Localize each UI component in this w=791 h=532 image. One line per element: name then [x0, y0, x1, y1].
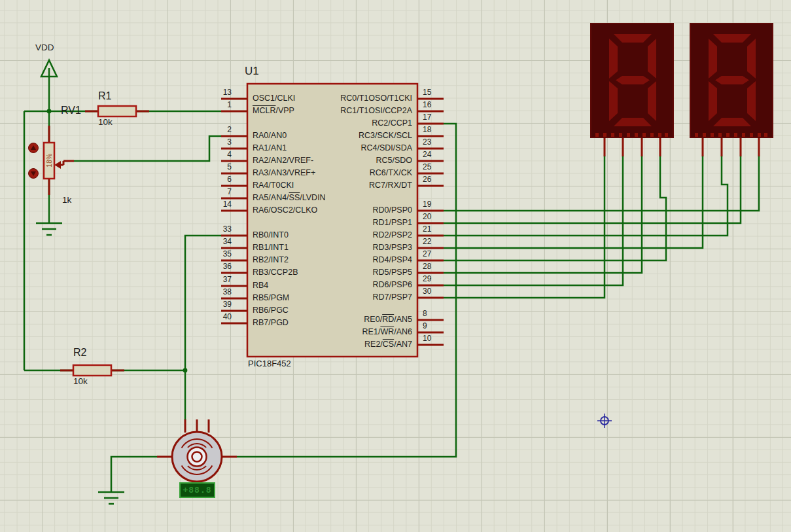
rv1-value: 1k: [62, 196, 71, 205]
u1-pin-number-4: 4: [213, 150, 232, 160]
u1-pin-number-39: 39: [213, 300, 232, 310]
u1-pin-number-13: 13: [213, 88, 232, 98]
u1-pin-number-25: 25: [423, 162, 442, 172]
u1-pin-number-9: 9: [423, 321, 442, 331]
resistor-r1[interactable]: [98, 106, 136, 116]
u1-pin-label-27: RD4/PSP4: [275, 255, 412, 265]
origin-marker-icon: [597, 414, 612, 428]
rv1-wiper-percent: 18%: [46, 153, 53, 168]
u1-pin-number-15: 15: [423, 88, 442, 98]
u1-pin-number-28: 28: [423, 262, 442, 272]
u1-pin-number-5: 5: [213, 162, 232, 172]
chip-part-number: PIC18F452: [248, 359, 291, 368]
u1-pin-number-6: 6: [213, 175, 232, 185]
u1-pin-label-17: RC2/CCP1: [275, 118, 412, 128]
pot-decrement-button[interactable]: [29, 169, 39, 179]
u1-pin-number-20: 20: [423, 212, 442, 222]
ground-symbol-pot[interactable]: [36, 223, 62, 235]
wire-rd3[interactable]: [444, 156, 703, 248]
vdd-label: VDD: [35, 43, 54, 53]
u1-pin-label-21: RD2/PSP2: [275, 230, 412, 240]
schematic-graphics: [0, 0, 791, 532]
u1-pin-number-7: 7: [213, 187, 232, 197]
u1-pin-number-37: 37: [213, 275, 232, 285]
wire-rd6[interactable]: [444, 156, 623, 285]
u1-pin-label-15: RC0/T1OSO/T1CKI: [275, 94, 412, 103]
u1-pin-number-40: 40: [213, 312, 232, 322]
u1-pin-label-29: RD6/PSP6: [275, 280, 412, 290]
u1-pin-number-27: 27: [423, 249, 442, 259]
u1-pin-label-16: RC1/T1OSI/CCP2A: [275, 106, 412, 116]
u1-pin-number-22: 22: [423, 237, 442, 247]
u1-pin-number-8: 8: [423, 309, 442, 319]
wire-rd5[interactable]: [444, 156, 642, 273]
u1-pin-label-20: RD1/PSP1: [275, 218, 412, 228]
u1-pin-label-19: RD0/PSP0: [275, 205, 412, 215]
u1-pin-number-17: 17: [423, 113, 442, 122]
wire-rd4[interactable]: [444, 156, 666, 260]
u1-pin-number-10: 10: [423, 334, 442, 344]
motor[interactable]: [172, 432, 222, 482]
u1-pin-number-26: 26: [423, 175, 442, 185]
r1-value: 10k: [98, 118, 113, 128]
rv1-reference: RV1: [61, 105, 81, 116]
seven-segment-display-1[interactable]: [591, 24, 673, 137]
pot-wiper-arrow: [54, 161, 61, 169]
u1-pin-number-29: 29: [423, 274, 442, 284]
u1-pin-label-22: RD3/PSP3: [275, 243, 412, 253]
u1-pin-number-19: 19: [423, 200, 442, 209]
u1-pin-number-3: 3: [213, 137, 232, 147]
wire-wiper-to-ra0[interactable]: [74, 136, 221, 161]
u1-pin-label-37: RB4: [253, 281, 268, 291]
u1-pin-number-38: 38: [213, 287, 232, 297]
u1-pin-number-30: 30: [423, 287, 442, 296]
pot-increment-button[interactable]: [29, 143, 39, 153]
u1-pin-label-25: RC6/TX/CK: [275, 168, 412, 178]
u1-pin-number-33: 33: [213, 224, 232, 234]
r2-reference: R2: [73, 347, 86, 359]
u1-pin-number-1: 1: [213, 100, 232, 110]
u1-pin-label-8: RE0/RD/AN5: [275, 315, 412, 325]
u1-pin-label-18: RC3/SCK/SCL: [275, 131, 412, 141]
u1-pin-number-2: 2: [213, 125, 232, 135]
u1-pin-label-28: RD5/PSP5: [275, 268, 412, 277]
wire-junction[interactable]: [183, 368, 188, 373]
r1-reference: R1: [98, 90, 111, 102]
u1-pin-number-14: 14: [213, 200, 232, 209]
u1-pin-label-9: RE1/WR/AN6: [275, 327, 412, 337]
r2-value: 10k: [73, 377, 88, 387]
motor-readout-value: +88.8: [183, 485, 211, 495]
u1-pin-number-16: 16: [423, 100, 442, 110]
resistor-r2[interactable]: [73, 365, 111, 376]
u1-pin-number-21: 21: [423, 224, 442, 234]
u1-pin-number-35: 35: [213, 249, 232, 259]
wire-rd1[interactable]: [444, 156, 741, 223]
u1-pin-label-23: RC4/SDI/SDA: [275, 143, 412, 153]
u1-pin-label-24: RC5/SDO: [275, 156, 412, 166]
wire-rd0[interactable]: [444, 156, 759, 211]
wire-junction[interactable]: [47, 109, 52, 114]
chip-reference: U1: [245, 65, 259, 78]
u1-pin-label-7: RA5/AN4/SS/LVDIN: [253, 193, 326, 203]
u1-pin-label-26: RC7/RX/DT: [275, 181, 412, 190]
u1-pin-label-30: RD7/PSP7: [275, 293, 412, 302]
seven-segment-display-2[interactable]: [690, 24, 773, 137]
u1-pin-label-10: RE2/CS/AN7: [275, 340, 412, 349]
u1-pin-number-24: 24: [423, 150, 442, 160]
u1-pin-number-34: 34: [213, 237, 232, 247]
wire-rd7[interactable]: [444, 156, 605, 298]
wire-motor-to-ground[interactable]: [111, 457, 157, 492]
ground-symbol-motor[interactable]: [98, 492, 124, 504]
u1-pin-number-36: 36: [213, 262, 232, 272]
u1-pin-number-18: 18: [423, 125, 442, 135]
motor-readout-display: +88.8: [179, 482, 215, 498]
u1-pin-number-23: 23: [423, 137, 442, 147]
schematic-canvas[interactable]: VDD U1 PIC18F452 R1 10k RV1 1k 18% R2 10…: [0, 0, 791, 532]
u1-pin-label-39: RB6/PGC: [253, 306, 289, 315]
